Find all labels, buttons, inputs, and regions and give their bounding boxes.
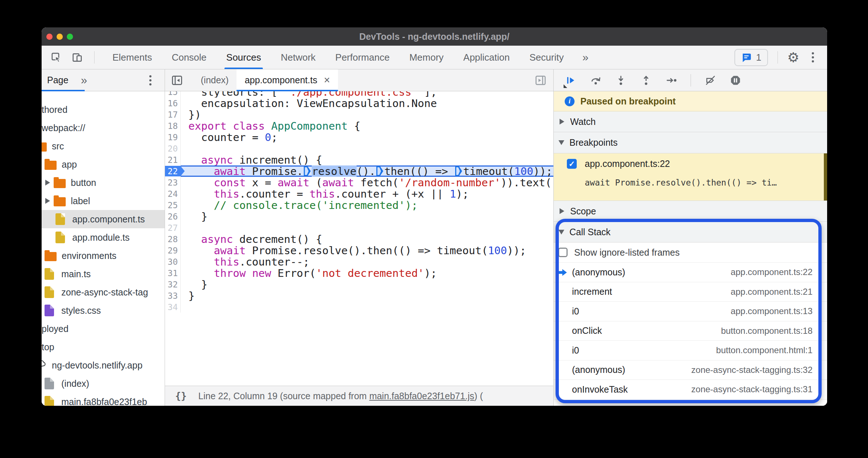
line-number[interactable]: 27 (165, 222, 181, 233)
code-line-32[interactable]: 32 } (165, 279, 553, 290)
settings-gear-icon[interactable]: ⚙ (787, 51, 799, 64)
line-number[interactable]: 16 (165, 98, 181, 109)
code-line-15[interactable]: 15 styleUrls: [ './app.component.css' ], (165, 91, 553, 98)
more-panels-button[interactable]: » (573, 46, 597, 69)
show-debugger-panel-icon[interactable] (534, 74, 547, 87)
tree-item-webpack-[interactable]: webpack:// (42, 119, 165, 137)
line-number[interactable]: 26 (165, 211, 181, 222)
tab-network[interactable]: Network (271, 46, 325, 69)
code-line-18[interactable]: 18export class AppComponent { (165, 120, 553, 131)
breakpoint-entry[interactable]: ✓ app.component.ts:22 await Promise.reso… (554, 153, 827, 201)
code-line-34[interactable]: 34 (165, 301, 553, 313)
frame-location[interactable]: zone-async-stack-tagging.ts:32 (691, 365, 813, 375)
section-watch[interactable]: Watch (554, 111, 827, 132)
line-number[interactable]: 29 (165, 245, 181, 256)
editor-tab-app-component[interactable]: app.component.ts × (237, 69, 338, 91)
pretty-print-icon[interactable]: {} (175, 390, 187, 401)
tree-item-label[interactable]: label (42, 192, 165, 210)
code-line-29[interactable]: 29 await Promise.resolve().then(() => ti… (165, 245, 553, 256)
tree-item-button[interactable]: button (42, 173, 165, 192)
section-breakpoints[interactable]: Breakpoints (554, 132, 827, 153)
step-into-icon[interactable] (615, 75, 627, 86)
section-scope[interactable]: Scope (554, 201, 827, 222)
async-step-marker-icon[interactable] (376, 166, 383, 176)
section-call-stack[interactable]: Call Stack (554, 222, 827, 243)
line-number[interactable]: 20 (165, 143, 181, 154)
hide-navigator-icon[interactable] (171, 74, 183, 87)
tree-item-src[interactable]: src (42, 137, 165, 155)
line-number[interactable]: 33 (165, 290, 181, 301)
frame-location[interactable]: button.component.ts:18 (721, 326, 813, 336)
tree-item-app[interactable]: app (42, 155, 165, 173)
call-stack-frame[interactable]: i0app.component.ts:13 (554, 302, 827, 321)
code-line-28[interactable]: 28 async decrement() { (165, 233, 553, 245)
frame-location[interactable]: app.component.ts:22 (731, 267, 813, 277)
call-stack-frame[interactable]: i0button.component.html:1 (554, 341, 827, 360)
code-line-21[interactable]: 21 async increment() { (165, 154, 553, 165)
show-ignore-listed-frames-checkbox[interactable] (558, 248, 568, 257)
tree-item-ployed[interactable]: ployed (42, 320, 165, 338)
tab-elements[interactable]: Elements (103, 46, 162, 69)
code-line-16[interactable]: 16 encapsulation: ViewEncapsulation.None (165, 98, 553, 109)
line-number[interactable]: 31 (165, 267, 181, 279)
step-icon[interactable] (665, 75, 677, 86)
frame-location[interactable]: app.component.ts:13 (731, 306, 813, 316)
line-number[interactable]: 23 (165, 177, 181, 188)
frame-location[interactable]: zone-async-stack-tagging.ts:31 (691, 384, 813, 394)
call-stack-frame[interactable]: (anonymous)zone-async-stack-tagging.ts:3… (554, 360, 827, 380)
async-step-marker-icon[interactable] (455, 166, 462, 176)
source-map-link[interactable]: main.fa8bfa0e23f1eb71.js (369, 391, 475, 401)
line-number[interactable]: 34 (165, 301, 181, 313)
code-line-27[interactable]: 27 (165, 222, 553, 233)
frame-location[interactable]: app.component.ts:21 (731, 287, 813, 297)
line-number[interactable]: 17 (165, 109, 181, 120)
code-line-30[interactable]: 30 this.counter--; (165, 256, 553, 267)
code-line-26[interactable]: 26 } (165, 211, 553, 222)
issues-badge-button[interactable]: 1 (734, 49, 768, 66)
code-line-19[interactable]: 19 counter = 0; (165, 131, 553, 143)
code-line-24[interactable]: 24 this.counter = this.counter + (+x || … (165, 188, 553, 199)
line-number[interactable]: 15 (165, 91, 181, 98)
line-number[interactable]: 18 (165, 120, 181, 131)
call-stack-frame[interactable]: onClickbutton.component.ts:18 (554, 321, 827, 341)
breakpoint-checkbox[interactable]: ✓ (567, 159, 577, 169)
tree-item-main.fa8bfa0e23f1eb[interactable]: main.fa8bfa0e23f1eb (42, 393, 165, 406)
tree-item-thored[interactable]: thored (42, 100, 165, 119)
tree-item-app.component.ts[interactable]: app.component.ts (42, 210, 165, 228)
line-number[interactable]: 19 (165, 131, 181, 143)
line-number[interactable]: 22 (165, 165, 181, 177)
tab-security[interactable]: Security (520, 46, 574, 69)
code-line-23[interactable]: 23 const x = await (await fetch('/random… (165, 177, 553, 188)
resume-icon[interactable] (565, 75, 576, 86)
code-line-17[interactable]: 17}) (165, 109, 553, 120)
async-step-marker-icon[interactable] (304, 166, 311, 176)
tree-item-app.module.ts[interactable]: app.module.ts (42, 228, 165, 247)
tab-sources[interactable]: Sources (216, 46, 271, 69)
close-tab-icon[interactable]: × (324, 75, 330, 85)
call-stack-frame[interactable]: incrementapp.component.ts:21 (554, 282, 827, 302)
call-stack-frame[interactable]: onInvokeTaskzone-async-stack-tagging.ts:… (554, 380, 827, 400)
tree-item-ng-devtools.netlify.app[interactable]: ng-devtools.netlify.app (42, 356, 165, 374)
zoom-window-button[interactable] (67, 34, 73, 40)
tree-item-environments[interactable]: environments (42, 247, 165, 265)
tree-item--index-[interactable]: (index) (42, 374, 165, 393)
code-line-20[interactable]: 20 (165, 143, 553, 154)
show-ignore-listed-frames-row[interactable]: Show ignore-listed frames (554, 243, 827, 263)
tab-memory[interactable]: Memory (399, 46, 453, 69)
minimize-window-button[interactable] (57, 34, 63, 40)
inspect-icon[interactable] (50, 51, 62, 63)
tab-page[interactable]: Page » (42, 69, 87, 91)
disclosure-triangle-icon[interactable] (45, 198, 50, 204)
close-window-button[interactable] (46, 34, 53, 40)
deactivate-breakpoints-icon[interactable] (704, 75, 716, 86)
call-stack-frame[interactable]: (anonymous)app.component.ts:22 (554, 263, 827, 282)
line-number[interactable]: 25 (165, 199, 181, 211)
tab-performance[interactable]: Performance (326, 46, 400, 69)
pause-on-exceptions-icon[interactable] (730, 75, 741, 86)
more-navigator-tabs-icon[interactable]: » (81, 74, 87, 87)
line-number[interactable]: 21 (165, 154, 181, 165)
step-out-icon[interactable] (640, 75, 652, 86)
tab-console[interactable]: Console (162, 46, 216, 69)
device-toolbar-icon[interactable] (72, 51, 83, 63)
step-over-icon[interactable] (590, 75, 602, 86)
